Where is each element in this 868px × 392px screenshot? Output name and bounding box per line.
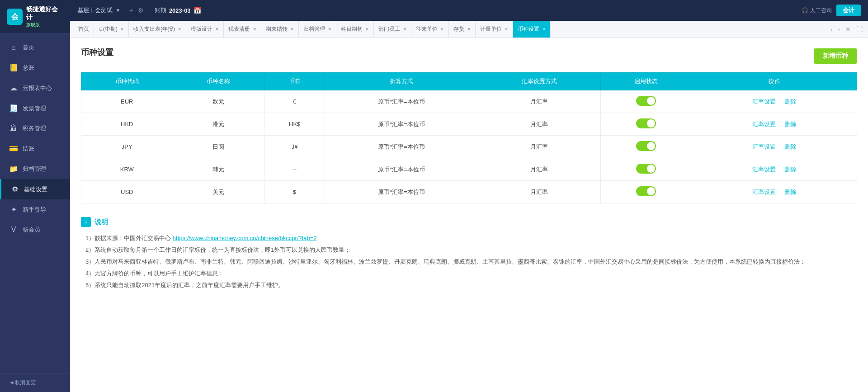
tab-close-currency[interactable]: ✕ [542,27,546,32]
toggle-thumb [647,119,655,128]
tab-fullscreen-btn[interactable]: ⛶ [854,25,864,34]
period-label: 账期 [155,6,166,14]
note-link[interactable]: https://www.chinamoney.com.cn/chinese/bk… [173,235,317,241]
tab-archive[interactable]: 归档管理✕ [299,21,336,38]
cell-code: USD [81,181,173,203]
company-dropdown-icon[interactable]: ▼ [115,7,121,14]
cell-code: KRW [81,158,173,181]
tab-close-all-btn[interactable]: ✕ [844,25,853,34]
toggle-EUR[interactable] [636,96,656,106]
toggle-track[interactable] [636,141,656,151]
tab-close-departments[interactable]: ✕ [403,27,406,32]
help-btn[interactable]: 🎧 人工咨询 [802,7,832,14]
tab-departments[interactable]: 部门员工✕ [374,21,411,38]
sidebar-item-vip[interactable]: V畅会员 [0,220,70,240]
tab-inventory[interactable]: 存货✕ [449,21,476,38]
account-type-btn[interactable]: 会计 [836,5,861,16]
tab-subjects[interactable]: 科目期初✕ [336,21,374,38]
tab-close-clients[interactable]: ✕ [440,27,444,32]
tab-balance[interactable]: ∈(中期)✕ [94,21,129,38]
tab-close-archive[interactable]: ✕ [328,27,331,32]
tab-next-btn[interactable]: › [836,25,842,34]
tab-label-period_end: 期末结转 [266,25,288,33]
tab-period_end[interactable]: 期末结转✕ [261,21,299,38]
note-item-3: 4）无官方牌价的币种，可以用户手工维护汇率信息； [85,268,857,279]
sidebar-item-guide[interactable]: ✦新手引导 [0,199,70,220]
toggle-KRW[interactable] [636,164,656,174]
cell-rate-type: 月汇率 [478,181,600,203]
toggle-track[interactable] [636,96,656,106]
tab-prev-btn[interactable]: ‹ [829,25,835,34]
content-area: 币种设置 新增币种 币种代码币种名称币符折算方式汇率设置方式启用状态操作 EUR… [70,38,868,392]
delete-btn-HKD[interactable]: 删除 [785,121,797,128]
guide-icon: ✦ [9,205,18,214]
sidebar-item-home[interactable]: ⌂首页 [0,38,70,57]
tab-close-tax[interactable]: ✕ [253,27,256,32]
period-area: 账期 2023-03 📅 [155,6,201,14]
new-currency-btn[interactable]: 新增币种 [814,48,857,64]
toggle-USD[interactable] [636,186,656,196]
tab-label-income: 收入支出表(年报) [133,25,175,33]
headset-icon: 🎧 [802,7,808,14]
cell-actions: 汇率设置 删除 [692,90,857,113]
sidebar-item-invoice[interactable]: 🧾发票管理 [0,98,70,118]
tab-home[interactable]: 首页 [74,21,94,38]
main-area: 基层工会测试 ▼ ＋ ⚙ 账期 2023-03 📅 🎧 人工咨询 会计 首页∈(… [70,0,868,392]
rate-setting-btn-JPY[interactable]: 汇率设置 [752,143,776,150]
delete-btn-USD[interactable]: 删除 [785,189,797,195]
calendar-icon[interactable]: 📅 [193,7,201,14]
tab-label-currency: 币种设置 [518,25,539,33]
sidebar-item-checkout[interactable]: 💳结账 [0,138,70,159]
checkout-icon: 💳 [9,144,18,153]
tab-close-units[interactable]: ✕ [505,27,508,32]
toggle-track[interactable] [636,186,656,196]
rate-setting-btn-KRW[interactable]: 汇率设置 [752,166,776,173]
rate-setting-btn-EUR[interactable]: 汇率设置 [752,98,776,105]
toggle-JPY[interactable] [636,141,656,151]
tab-close-period_end[interactable]: ✕ [290,27,294,32]
rate-setting-btn-USD[interactable]: 汇率设置 [752,189,776,195]
tab-label-tax: 税表清册 [228,25,250,33]
sidebar-item-archive[interactable]: 📁归档管理 [0,159,70,179]
rate-setting-btn-HKD[interactable]: 汇率设置 [752,121,776,128]
tab-close-income[interactable]: ✕ [178,27,181,32]
sidebar-item-settings[interactable]: ⚙基础设置 [0,179,70,199]
tab-close-balance[interactable]: ✕ [120,27,124,32]
archive-icon: 📁 [9,165,18,173]
cell-method: 原币*汇率=本位币 [325,113,478,136]
cell-status [600,136,692,158]
tab-currency[interactable]: 币种设置✕ [513,21,551,38]
ledger-icon: 📒 [9,63,18,72]
sidebar-item-reports[interactable]: ☁云报表中心 [0,78,70,98]
sidebar-label-checkout: 结账 [23,145,34,153]
sidebar-label-settings: 基础设置 [24,185,47,194]
tab-close-subjects[interactable]: ✕ [365,27,369,32]
tab-income[interactable]: 收入支出表(年报)✕ [129,21,186,38]
delete-btn-KRW[interactable]: 删除 [785,166,797,173]
delete-btn-JPY[interactable]: 删除 [785,143,797,150]
toggle-track[interactable] [636,164,656,174]
cell-name: 日圆 [173,136,264,158]
settings-company-btn[interactable]: ⚙ [138,7,144,14]
add-company-btn[interactable]: ＋ [128,6,134,14]
sidebar-item-ledger[interactable]: 📒总账 [0,57,70,78]
tab-template[interactable]: 模版设计✕ [186,21,224,38]
tab-close-template[interactable]: ✕ [215,27,219,32]
company-name[interactable]: 基层工会测试 ▼ [77,6,121,14]
toggle-track[interactable] [636,118,656,128]
tab-close-inventory[interactable]: ✕ [467,27,471,32]
sidebar-pin-toggle[interactable]: ◄取消固定 [0,373,70,392]
cell-status [600,90,692,113]
col-header: 币符 [264,73,325,90]
cell-code: EUR [81,90,173,113]
cell-code: HKD [81,113,173,136]
delete-btn-EUR[interactable]: 删除 [785,98,797,105]
tab-tax[interactable]: 税表清册✕ [224,21,261,38]
tab-label-subjects: 科目期初 [341,25,363,33]
toggle-HKD[interactable] [636,118,656,128]
sidebar-item-tax[interactable]: 🏛税务管理 [0,118,70,138]
note-section: ≡ 说明 1）数据来源：中国外汇交易中心 https://www.chinamo… [81,217,857,291]
tab-clients[interactable]: 往来单位✕ [411,21,449,38]
tab-units[interactable]: 计量单位✕ [476,21,513,38]
tab-controls: ‹ › ✕ ⛶ [829,25,864,34]
